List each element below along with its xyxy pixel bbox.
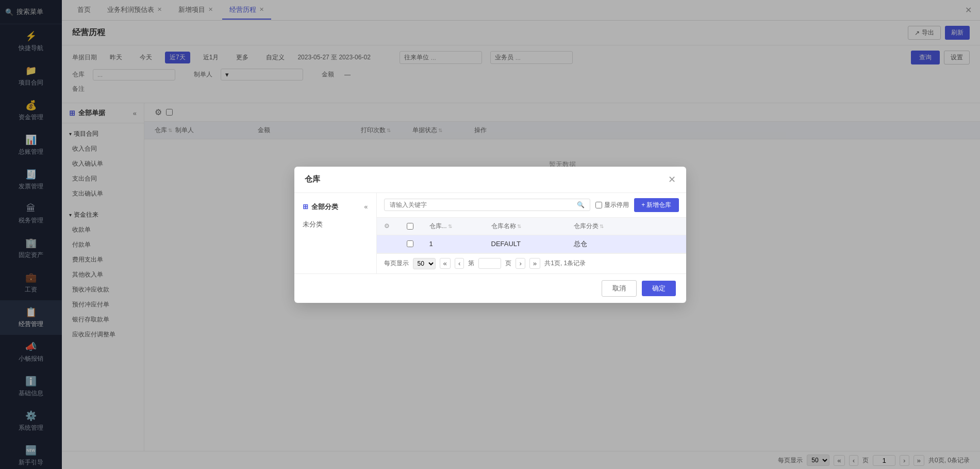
modal-col-category: 仓库分类 ⇅ bbox=[574, 222, 667, 231]
modal-overlay: 仓库 ✕ ⊞ 全部分类 « 未分类 bbox=[0, 0, 980, 469]
modal-page-size-label: 每页显示 bbox=[384, 259, 409, 268]
row-code: 1 bbox=[429, 240, 491, 248]
modal-page-size-select[interactable]: 50 bbox=[413, 258, 436, 269]
modal-left-panel: ⊞ 全部分类 « 未分类 bbox=[294, 193, 377, 273]
modal-all-category[interactable]: ⊞ 全部分类 bbox=[303, 202, 338, 212]
add-warehouse-button[interactable]: + 新增仓库 bbox=[634, 198, 678, 212]
row-checkbox bbox=[407, 240, 429, 247]
modal-total: 共1页, 1条记录 bbox=[544, 259, 586, 268]
modal-uncategorized-label: 未分类 bbox=[303, 220, 323, 229]
modal-body: ⊞ 全部分类 « 未分类 🔍 bbox=[294, 193, 686, 273]
sort-code-icon: ⇅ bbox=[448, 223, 452, 229]
modal-close-button[interactable]: ✕ bbox=[668, 174, 676, 185]
modal-left-collapse[interactable]: « bbox=[364, 203, 368, 211]
modal-all-label: 全部分类 bbox=[311, 202, 338, 212]
modal-search-input[interactable] bbox=[390, 201, 574, 208]
modal-col-name: 仓库名称 ⇅ bbox=[491, 222, 574, 231]
show-disabled-label[interactable]: 显示停用 bbox=[595, 201, 629, 209]
show-disabled-checkbox[interactable] bbox=[595, 202, 602, 208]
modal-page-label: 第 bbox=[468, 259, 474, 268]
confirm-button[interactable]: 确定 bbox=[642, 281, 676, 296]
modal-search-box: 🔍 bbox=[384, 199, 591, 211]
sort-category-icon: ⇅ bbox=[600, 223, 604, 229]
modal-table: ⚙ 仓库... ⇅ 仓库名称 ⇅ bbox=[377, 218, 686, 253]
modal-search-icon: 🔍 bbox=[577, 201, 585, 208]
modal-right-panel: 🔍 显示停用 + 新增仓库 ⚙ bbox=[377, 193, 686, 273]
modal-select-all[interactable] bbox=[407, 223, 413, 230]
settings-col-icon: ⚙ bbox=[384, 222, 390, 230]
row-name: DEFAULT bbox=[491, 240, 574, 248]
modal-col-code: 仓库... ⇅ bbox=[429, 222, 491, 231]
modal-first-btn[interactable]: « bbox=[440, 258, 451, 269]
cancel-button[interactable]: 取消 bbox=[602, 280, 637, 297]
modal-col-settings: ⚙ bbox=[384, 222, 407, 231]
modal-prev-btn[interactable]: ‹ bbox=[455, 258, 464, 269]
modal-table-row-0[interactable]: 1 DEFAULT 总仓 bbox=[377, 235, 686, 253]
modal-page-input[interactable]: 1 bbox=[478, 258, 501, 269]
row-warehouse-name: 总仓 bbox=[574, 239, 667, 249]
modal-left-header: ⊞ 全部分类 « bbox=[294, 198, 376, 216]
row-0-checkbox[interactable] bbox=[407, 240, 413, 247]
modal-col-check bbox=[407, 222, 429, 231]
modal-header: 仓库 ✕ bbox=[294, 167, 686, 193]
modal-footer-actions: 取消 确定 bbox=[294, 273, 686, 303]
modal-page-suffix: 页 bbox=[505, 259, 511, 268]
modal-table-header: ⚙ 仓库... ⇅ 仓库名称 ⇅ bbox=[377, 218, 686, 235]
grid-modal-icon: ⊞ bbox=[303, 203, 308, 211]
modal-left-uncategorized[interactable]: 未分类 bbox=[294, 216, 376, 233]
modal-toolbar: 🔍 显示停用 + 新增仓库 bbox=[377, 193, 686, 218]
modal-next-btn[interactable]: › bbox=[516, 258, 525, 269]
modal-pagination: 每页显示 50 « ‹ 第 1 页 › » 共1页, 1条记录 bbox=[377, 253, 686, 273]
modal-last-btn[interactable]: » bbox=[529, 258, 540, 269]
modal-title: 仓库 bbox=[305, 174, 320, 184]
warehouse-modal: 仓库 ✕ ⊞ 全部分类 « 未分类 bbox=[294, 167, 686, 303]
sort-name-icon: ⇅ bbox=[517, 223, 521, 229]
